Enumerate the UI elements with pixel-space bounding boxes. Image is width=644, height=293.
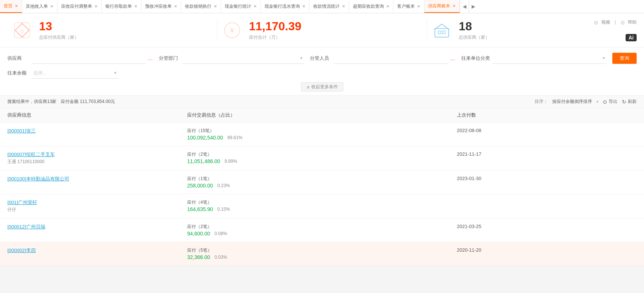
col-header-supplier: 供应商信息 — [7, 112, 187, 118]
supplier-sub-3: 仔仔 — [7, 207, 187, 213]
table-header: 供应商信息 应付交易信息（占比） 上次付数 — [0, 108, 644, 123]
nav-tab-overdue-ar-close[interactable]: ✕ — [386, 4, 389, 9]
nav-tab-cash-bank-flow-close[interactable]: ✕ — [302, 4, 305, 9]
filter-category: 往来单位分类 ▾ — [461, 53, 607, 64]
last-payment-4: 2021-03-25 — [457, 224, 637, 229]
filter-supplier-input[interactable] — [32, 53, 146, 64]
video-link[interactable]: 视频 — [601, 19, 610, 25]
nav-tab-payment-verify[interactable]: 收款核销执行 ✕ — [181, 0, 221, 13]
nav-tab-cash-bank-flow[interactable]: 现金银行流水查询 ✕ — [261, 0, 309, 13]
nav-tab-cash-bank-stat[interactable]: 现金银行统计 ✕ — [221, 0, 261, 13]
trans-type-3: 应付（4笔） — [187, 199, 457, 206]
nav-tab-supplier-book[interactable]: 供应商账本 ✕ — [424, 0, 460, 13]
nav-tab-bank-deposit-label: 银行存取款单 — [105, 3, 132, 10]
filter-balance: 往来余额 选择... ▾ — [7, 68, 118, 79]
nav-tab-home-close[interactable]: ✕ — [15, 4, 18, 8]
nav-tab-ar-ap-adjust-close[interactable]: ✕ — [94, 4, 98, 9]
last-payment-5: 2020-11-20 — [457, 247, 637, 253]
nav-tab-other-income-close[interactable]: ✕ — [50, 4, 53, 9]
col-header-last-payment: 上次付数 — [457, 112, 637, 118]
trans-type-1: 应付（2笔） — [187, 151, 457, 158]
stat-payable-suppliers: ◇ 13 总应付供应商（家） — [7, 19, 217, 41]
supplier-name-4[interactable]: [000012]广州贝瑞 — [7, 224, 187, 230]
nav-right-arrow[interactable]: ▶ — [469, 0, 477, 13]
trans-percent-0: 89.61% — [227, 135, 242, 140]
collapse-label: 收起更多条件 — [311, 84, 338, 90]
trans-amount-3[interactable]: 164,635.90 — [187, 206, 213, 212]
table-row: [000002]李四 应付（5笔） 32,366.00 0.03% 2020-1… — [0, 242, 644, 266]
nav-tab-bank-deposit-close[interactable]: ✕ — [134, 4, 137, 9]
stat-payable-total-label: 应付合计（万） — [249, 34, 301, 41]
summary-bar: 搜索结果中，供应商13家 应付金额 111,703,854.00元 排序： 按应… — [0, 96, 644, 108]
trans-amount-0[interactable]: 100,092,540.00 — [187, 135, 223, 141]
filter-person-input[interactable] — [334, 53, 448, 64]
export-label: 导出 — [609, 99, 617, 105]
nav-left-arrow[interactable]: ◀ — [460, 0, 469, 13]
trans-amount-2[interactable]: 258,000.00 — [187, 183, 213, 189]
supplier-name-5[interactable]: [000002]李四 — [7, 247, 187, 254]
filter-balance-label: 往来余额 — [7, 70, 29, 76]
nav-tab-supplier-book-close[interactable]: ✕ — [452, 4, 456, 8]
supplier-name-0[interactable]: [000001]张三 — [7, 128, 187, 134]
supplier-name-3[interactable]: [001]广州荣轩 — [7, 199, 187, 206]
trans-type-2: 应付（1笔） — [187, 176, 457, 182]
nav-tab-ar-ap-adjust[interactable]: 应收应付调整单 ✕ — [57, 0, 102, 13]
stat-payable-total: 11,170.39 — [249, 20, 301, 33]
collapse-button[interactable]: ∧ 收起更多条件 — [301, 82, 343, 92]
nav-tab-payment-verify-close[interactable]: ✕ — [214, 4, 217, 9]
filter-category-select[interactable]: ▾ — [492, 53, 607, 64]
export-button[interactable]: ⊙ 导出 — [603, 99, 617, 105]
nav-tab-cash-bank-stat-close[interactable]: ✕ — [253, 4, 257, 9]
table-body: [000001]张三 应付（15笔） 100,092,540.00 89.61%… — [0, 123, 644, 266]
supplier-sub-1: 王通 17106110000 — [7, 159, 187, 165]
nav-tab-receipt-stat[interactable]: 收款情况统计 ✕ — [309, 0, 349, 13]
nav-tab-prepay-offset[interactable]: 预收冲应收单 ✕ — [141, 0, 181, 13]
sort-value[interactable]: 按应付余额倒序排序 — [552, 99, 592, 105]
nav-tab-customer-book[interactable]: 客户账本 ✕ — [393, 0, 424, 13]
nav-tab-overdue-ar[interactable]: 超期应收款查询 ✕ — [349, 0, 393, 13]
filter-balance-text: 选择... — [33, 70, 114, 76]
nav-tab-home[interactable]: 首页 ✕ — [0, 0, 22, 13]
nav-tab-bank-deposit[interactable]: 银行存取款单 ✕ — [102, 0, 141, 13]
filter-person-label: 分管人员 — [310, 55, 332, 62]
table-row: [000012]广州贝瑞 应付（2笔） 94,600.00 0.08% 2021… — [0, 218, 644, 242]
ai-button[interactable]: Ai — [626, 34, 637, 41]
filter-balance-arrow: ▾ — [114, 70, 116, 75]
trans-amount-1[interactable]: 11,051,486.00 — [187, 158, 220, 164]
table-row: [001]广州荣轩 仔仔 应付（4笔） 164,635.90 0.15% — [0, 194, 644, 218]
stat-payable-total-info: 11,170.39 应付合计（万） — [249, 20, 301, 41]
trans-percent-5: 0.03% — [214, 255, 227, 260]
stats-header: ◇ 13 总应付供应商（家） ¥ 11,170.39 应付合计（万） — [0, 13, 644, 48]
filter-dept-arrow: ▾ — [300, 56, 302, 61]
nav-bar: 首页 ✕ 其他收入单 ✕ 应收应付调整单 ✕ 银行存取款单 ✕ 预收冲应收单 ✕… — [0, 0, 644, 13]
filter-supplier-label: 供应商 — [7, 55, 29, 62]
summary-right: 排序： 按应付余额倒序排序 ▾ ⊙ 导出 ↻ 刷新 — [535, 99, 637, 105]
trans-row-3: 164,635.90 0.15% — [187, 206, 457, 212]
help-link[interactable]: 帮助 — [628, 19, 637, 25]
refresh-icon: ↻ — [622, 99, 626, 105]
nav-tab-receipt-stat-close[interactable]: ✕ — [342, 4, 345, 9]
stat-payable-label: 总应付供应商（家） — [39, 34, 79, 41]
supplier-info-5: [000002]李四 — [7, 247, 187, 254]
collapse-row: ∧ 收起更多条件 — [7, 82, 637, 92]
filter-dept: 分管部门 ▾ — [159, 53, 304, 64]
filter-supplier-ellipsis[interactable]: ... — [148, 55, 153, 62]
nav-tab-customer-book-close[interactable]: ✕ — [417, 4, 420, 9]
trans-amount-5[interactable]: 32,366.00 — [187, 254, 210, 260]
svg-rect-5 — [435, 28, 449, 37]
refresh-label: 刷新 — [628, 99, 637, 105]
trans-amount-4[interactable]: 94,600.00 — [187, 231, 210, 237]
stat-supplier-label: 总供应商（家） — [459, 34, 490, 41]
trans-row-2: 258,000.00 0.23% — [187, 183, 457, 189]
nav-tab-other-income[interactable]: 其他收入单 ✕ — [22, 0, 57, 13]
filter-balance-select[interactable]: 选择... ▾ — [32, 68, 118, 79]
transaction-info-2: 应付（1笔） 258,000.00 0.23% — [187, 176, 457, 189]
nav-tab-prepay-offset-close[interactable]: ✕ — [174, 4, 177, 9]
query-button[interactable]: 查询 — [612, 53, 637, 64]
filter-person-ellipsis[interactable]: ... — [450, 55, 455, 62]
filter-dept-select[interactable]: ▾ — [183, 53, 304, 64]
refresh-button[interactable]: ↻ 刷新 — [622, 99, 637, 105]
supplier-name-1[interactable]: [000007]恒旺二手叉车 — [7, 151, 187, 158]
supplier-name-2[interactable]: [000100]本特勤油品有限公司 — [7, 176, 187, 182]
trans-row-0: 100,092,540.00 89.61% — [187, 135, 457, 141]
